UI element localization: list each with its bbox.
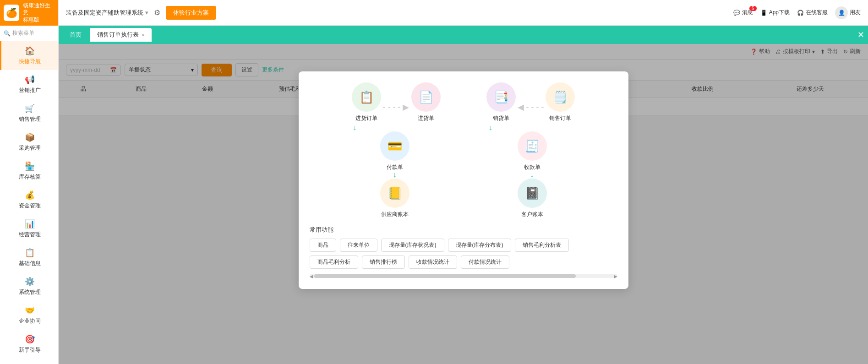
down-arrow-2: ↓: [489, 124, 492, 131]
sidebar-item-system[interactable]: ⚙️ 系统管理: [0, 272, 58, 301]
system-title: 装备及固定资产辅助管理系统 ▾: [66, 9, 148, 17]
func-btn-product-margin[interactable]: 商品毛利分析: [310, 255, 358, 269]
sidebar-nav: 🏠 快捷导航 📢 营销推广 🛒 销售管理 📦 采购管理 🏪 库存核算 💰: [0, 41, 58, 364]
sidebar-item-sales[interactable]: 🛒 销售管理: [0, 99, 58, 128]
inventory-icon: 🏪: [25, 161, 35, 171]
sidebar-search[interactable]: 🔍 搜索菜单: [0, 26, 58, 41]
flow-top-row: 📋 进货订单 - - - - ▶ 📄 进货: [310, 82, 617, 122]
func-btn-receipt-stats[interactable]: 收款情况统计: [409, 255, 457, 269]
logo-text: 畅康通好生意 标惠版: [23, 2, 55, 24]
home-icon: 🏠: [25, 46, 35, 56]
sidebar-item-inventory[interactable]: 🏪 库存核算: [0, 157, 58, 185]
sales-bill-icon: 📑: [486, 82, 516, 112]
tabbar: 首页 销售订单执行表 × ✕: [59, 26, 868, 44]
settings-icon[interactable]: ⚙: [154, 8, 160, 17]
sidebar-item-finance[interactable]: 💰 资金管理: [0, 185, 58, 214]
tab-sales-order[interactable]: 销售订单执行表 ×: [90, 28, 152, 42]
flow-item-customer-ledger[interactable]: 📓 客户账本: [518, 179, 547, 218]
supplier-ledger-icon: 📒: [380, 179, 409, 208]
flow-item-receipt[interactable]: 🧾 收款单: [518, 131, 547, 171]
down-arrow-1: ↓: [353, 124, 356, 131]
app-icon: 📱: [760, 10, 767, 16]
func-btn-payment-stats[interactable]: 付款情况统计: [461, 255, 509, 269]
sales-order-icon: 🗒️: [546, 82, 575, 112]
sidebar: 🍊 畅康通好生意 标惠版 🔍 搜索菜单 🏠 快捷导航 📢 营销推广 🛒 销售管理: [0, 0, 59, 364]
tab-home[interactable]: 首页: [62, 28, 89, 42]
purchase-bill-icon: 📄: [411, 82, 441, 112]
scrollbar-thumb[interactable]: [314, 274, 576, 278]
app-download-action[interactable]: 📱 App下载: [760, 9, 790, 16]
logo-icon: 🍊: [4, 5, 19, 21]
message-action[interactable]: 💬 5 消息: [733, 9, 753, 16]
scroll-right-icon[interactable]: ▶: [614, 274, 617, 279]
flow-item-payment[interactable]: 💳 付款单: [380, 131, 409, 171]
flow-item-purchase-bill[interactable]: 📄 进货单: [411, 82, 441, 122]
modal-scrollbar[interactable]: ◀ ▶: [310, 274, 617, 278]
avatar: 👤: [835, 6, 848, 19]
sidebar-item-enterprise[interactable]: 🤝 企业协同: [0, 301, 58, 330]
topbar: 装备及固定资产辅助管理系统 ▾ ⚙ 体验行业方案 💬 5 消息 📱 App下载 …: [59, 0, 868, 26]
enterprise-icon: 🤝: [25, 305, 35, 315]
scroll-left-icon[interactable]: ◀: [310, 274, 313, 279]
common-functions-title: 常用功能: [310, 226, 617, 234]
function-buttons: 商品 往来单位 现存量(库存状况表) 现存量(库存分布表) 销售毛利分析表 商品…: [310, 239, 617, 269]
down-arrow-3: ↓: [393, 171, 397, 179]
down-arrow-4: ↓: [530, 171, 534, 179]
flow-item-supplier-ledger[interactable]: 📒 供应商账本: [380, 179, 409, 218]
sidebar-logo: 🍊 畅康通好生意 标惠版: [0, 0, 58, 26]
dropdown-icon[interactable]: ▾: [145, 9, 148, 16]
payment-icon: 💳: [380, 131, 409, 161]
sidebar-item-basic[interactable]: 📋 基础信息: [0, 243, 58, 272]
arrow-2: ◀ - - - -: [518, 102, 544, 112]
func-btn-contacts[interactable]: 往来单位: [340, 239, 377, 252]
modal-overlay[interactable]: 📋 进货订单 - - - - ▶ 📄 进货: [59, 44, 868, 364]
func-btn-sales-ranking[interactable]: 销售排行榜: [362, 255, 405, 269]
tab-close-icon[interactable]: ×: [142, 32, 144, 38]
flow-item-sales-order[interactable]: 🗒️ 销售订单: [546, 82, 575, 122]
system-icon: ⚙️: [25, 277, 35, 287]
func-btn-inventory-dist[interactable]: 现存量(库存分布表): [448, 239, 511, 252]
newbie-icon: 🎯: [25, 334, 35, 344]
experience-btn[interactable]: 体验行业方案: [166, 6, 216, 20]
customer-ledger-icon: 📓: [518, 179, 547, 208]
flow-diagram: 📋 进货订单 - - - - ▶ 📄 进货: [310, 82, 617, 218]
topbar-actions: 💬 5 消息 📱 App下载 🎧 在线客服 👤 用友: [733, 6, 861, 19]
func-btn-sales-margin[interactable]: 销售毛利分析表: [515, 239, 569, 252]
message-badge: 5: [749, 6, 757, 11]
operations-icon: 📊: [25, 219, 35, 229]
arrow-1: - - - - ▶: [383, 102, 409, 112]
finance-icon: 💰: [25, 190, 35, 200]
receipt-icon: 🧾: [518, 131, 547, 161]
flow-item-sales-bill[interactable]: 📑 销货单: [486, 82, 516, 122]
online-service-action[interactable]: 🎧 在线客服: [797, 9, 828, 16]
func-btn-product[interactable]: 商品: [310, 239, 336, 252]
main-content: 装备及固定资产辅助管理系统 ▾ ⚙ 体验行业方案 💬 5 消息 📱 App下载 …: [59, 0, 868, 364]
marketing-icon: 📢: [25, 75, 35, 85]
common-functions: 常用功能 商品 往来单位 现存量(库存状况表) 现存量(库存分布表) 销售毛利分…: [310, 226, 617, 269]
content-area: ❓ 帮助 🖨 按模板打印 ▾ ⬆ 导出 ↻ 刷新: [59, 44, 868, 364]
search-icon: 🔍: [4, 30, 11, 37]
purchase-order-icon: 📋: [352, 82, 381, 112]
func-btn-inventory-status[interactable]: 现存量(库存状况表): [381, 239, 444, 252]
sidebar-item-operations[interactable]: 📊 经营管理: [0, 214, 58, 243]
basic-icon: 📋: [25, 248, 35, 258]
message-icon: 💬: [733, 10, 740, 16]
sidebar-item-purchase[interactable]: 📦 采购管理: [0, 128, 58, 157]
sidebar-item-quick-nav[interactable]: 🏠 快捷导航: [0, 41, 58, 70]
window-close-icon[interactable]: ✕: [857, 30, 864, 40]
purchase-icon: 📦: [25, 132, 35, 142]
sidebar-item-newbie[interactable]: 🎯 新手引导: [0, 330, 58, 359]
sidebar-item-marketing[interactable]: 📢 营销推广: [0, 70, 58, 99]
user-action[interactable]: 👤 用友: [835, 6, 861, 19]
service-icon: 🎧: [797, 10, 804, 16]
quick-nav-modal: 📋 进货订单 - - - - ▶ 📄 进货: [299, 71, 628, 289]
sales-icon: 🛒: [25, 103, 35, 114]
flow-item-purchase-order[interactable]: 📋 进货订单: [352, 82, 381, 122]
